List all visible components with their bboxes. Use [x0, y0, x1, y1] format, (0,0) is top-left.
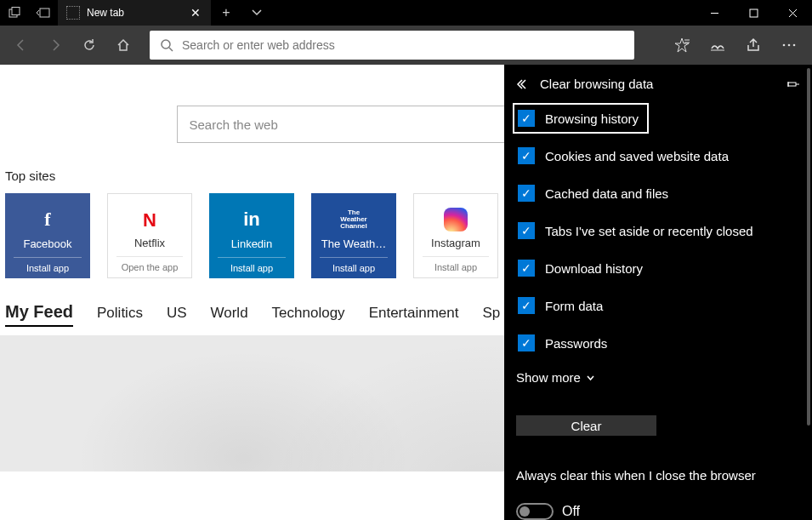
feed-tab-entertainment[interactable]: Entertainment — [369, 305, 459, 322]
svg-line-6 — [169, 48, 173, 51]
svg-rect-4 — [750, 9, 758, 17]
checkbox-icon: ✓ — [518, 147, 535, 164]
checkbox-icon: ✓ — [518, 334, 535, 351]
search-placeholder: Search the web — [190, 117, 278, 132]
maximize-button[interactable] — [734, 0, 773, 26]
always-clear-label: Always clear this when I close the brows… — [516, 468, 800, 483]
tab-title: New tab — [87, 7, 184, 19]
svg-point-12 — [793, 44, 796, 47]
clear-button[interactable]: Clear — [516, 415, 656, 436]
share-icon[interactable] — [735, 29, 771, 61]
checkbox-icon: ✓ — [518, 222, 535, 239]
tile-linkedin[interactable]: in Linkedin Install app — [209, 193, 294, 278]
feed-tab-myfeed[interactable]: My Feed — [5, 302, 73, 327]
address-input[interactable] — [182, 38, 624, 52]
back-button[interactable] — [5, 29, 37, 61]
svg-rect-2 — [40, 9, 49, 17]
set-aside-tabs-icon[interactable] — [29, 0, 58, 26]
linkedin-icon: in — [239, 207, 264, 232]
tile-facebook[interactable]: f Facebook Install app — [5, 193, 90, 278]
clear-browsing-data-panel: Clear browsing data ✓ Browsing history ✓… — [504, 65, 812, 520]
svg-rect-13 — [788, 83, 796, 86]
system-buttons-left — [0, 0, 58, 26]
chevron-down-icon — [586, 373, 595, 382]
svg-rect-1 — [12, 8, 20, 15]
svg-point-5 — [162, 40, 170, 49]
favorites-icon[interactable] — [664, 29, 700, 61]
show-more-link[interactable]: Show more — [516, 370, 800, 385]
panel-back-icon[interactable] — [516, 78, 530, 90]
checkbox-icon: ✓ — [518, 185, 535, 202]
always-clear-toggle[interactable]: Off — [516, 503, 800, 520]
instagram-icon — [444, 208, 468, 231]
search-icon — [160, 38, 173, 52]
panel-scrollbar[interactable] — [807, 68, 810, 426]
checkbox-download-history[interactable]: ✓ Download history — [516, 256, 800, 280]
toggle-state-label: Off — [562, 504, 580, 519]
pin-icon[interactable] — [786, 78, 800, 90]
tile-weather[interactable]: TheWeatherChannel The Weath… Install app — [311, 193, 396, 278]
new-tab-button[interactable]: + — [211, 5, 241, 20]
window-controls — [695, 0, 812, 26]
toggle-switch[interactable] — [516, 503, 554, 520]
checkbox-cookies[interactable]: ✓ Cookies and saved website data — [516, 144, 800, 168]
forward-button[interactable] — [39, 29, 71, 61]
browser-toolbar — [0, 26, 812, 65]
checkbox-passwords[interactable]: ✓ Passwords — [516, 331, 800, 355]
tab-favicon — [66, 6, 80, 20]
facebook-icon: f — [35, 207, 60, 232]
checkbox-icon: ✓ — [518, 110, 535, 127]
feed-tab-sports[interactable]: Sp — [482, 305, 500, 322]
tile-instagram[interactable]: Instagram Install app — [413, 193, 498, 278]
tab-actions: + — [211, 0, 272, 26]
reading-list-icon[interactable] — [700, 29, 735, 61]
panel-header: Clear browsing data — [504, 65, 812, 103]
browser-tab[interactable]: New tab ✕ — [58, 0, 211, 26]
feed-tab-politics[interactable]: Politics — [97, 305, 143, 322]
window-titlebar: New tab ✕ + — [0, 0, 812, 26]
panel-title: Clear browsing data — [540, 77, 653, 91]
minimize-button[interactable] — [695, 0, 734, 26]
multitask-icon[interactable] — [0, 0, 29, 26]
svg-point-10 — [783, 44, 786, 47]
checkbox-form-data[interactable]: ✓ Form data — [516, 294, 800, 317]
netflix-icon: N — [137, 208, 162, 233]
feed-tab-world[interactable]: World — [211, 305, 248, 322]
address-bar[interactable] — [150, 31, 634, 60]
checkbox-tabs-set-aside[interactable]: ✓ Tabs I've set aside or recently closed — [516, 219, 800, 243]
refresh-button[interactable] — [73, 29, 105, 61]
checkbox-icon: ✓ — [518, 260, 535, 277]
feed-tab-us[interactable]: US — [167, 305, 187, 322]
checkbox-icon: ✓ — [518, 297, 535, 314]
tile-netflix[interactable]: N Netflix Open the app — [107, 193, 192, 278]
close-window-button[interactable] — [773, 0, 812, 26]
svg-point-11 — [788, 44, 791, 47]
home-button[interactable] — [107, 29, 139, 61]
more-icon[interactable] — [771, 29, 807, 61]
close-tab-icon[interactable]: ✕ — [190, 6, 201, 20]
tabs-dropdown-icon[interactable] — [241, 8, 272, 18]
checkbox-browsing-history[interactable]: ✓ Browsing history — [516, 106, 645, 130]
checkbox-cached-data[interactable]: ✓ Cached data and files — [516, 181, 800, 205]
weather-channel-icon: TheWeatherChannel — [341, 207, 366, 232]
feed-tab-technology[interactable]: Technology — [272, 305, 345, 322]
